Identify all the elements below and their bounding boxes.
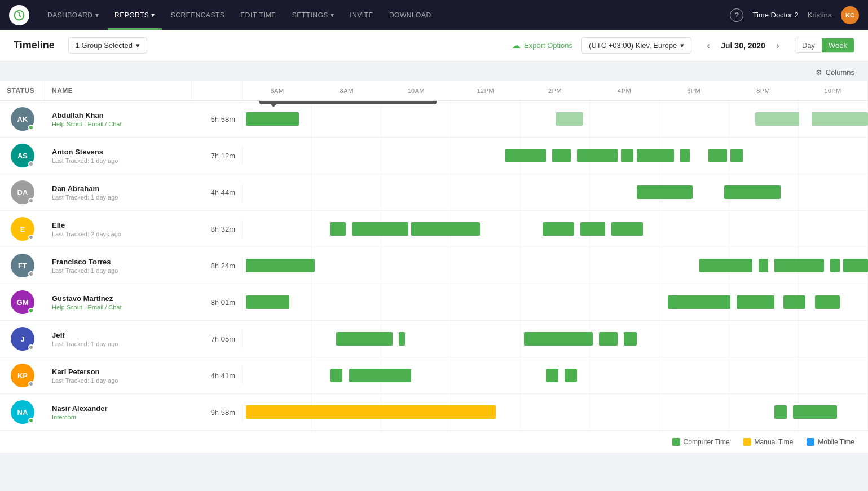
timeline-bars <box>243 295 868 309</box>
col-name-header: Name <box>45 81 192 100</box>
legend-manual-dot <box>743 438 751 446</box>
timezone-label: (UTC +03:00) Kiev, Europe <box>589 41 677 50</box>
legend-mobile-dot <box>807 438 814 446</box>
nav-invite[interactable]: INVITE <box>343 0 380 30</box>
cell-timeline-8[interactable] <box>243 394 868 430</box>
timeline-bar <box>737 295 774 309</box>
timeline-bar <box>546 369 558 382</box>
timeline-bar <box>246 295 290 309</box>
timeline-bars <box>243 222 868 236</box>
table-header: Status Name 6am 8am 10am 12pm 2pm 4pm 6p… <box>0 81 868 101</box>
prev-date-button[interactable]: ‹ <box>700 38 716 54</box>
user-name: Jeff <box>52 331 185 339</box>
help-button[interactable]: ? <box>730 8 743 22</box>
timeline-table: Status Name 6am 8am 10am 12pm 2pm 4pm 6p… <box>0 81 868 431</box>
app-logo[interactable] <box>9 5 29 25</box>
nav-right: ? Time Doctor 2 Kristina KC <box>730 6 859 24</box>
timeline-bar <box>815 295 840 309</box>
cell-time-1: 7h 12m <box>192 147 243 165</box>
nav-download-label: DOWNLOAD <box>389 11 431 19</box>
time-label-4pm: 4pm <box>590 82 659 100</box>
timeline-bar <box>524 332 593 346</box>
status-dot <box>28 198 34 204</box>
timeline-bars <box>243 259 868 272</box>
cell-timeline-4[interactable] <box>243 247 868 284</box>
cell-timeline-7[interactable] <box>243 357 868 393</box>
timeline-bar <box>246 112 299 126</box>
columns-label: Columns <box>826 68 854 77</box>
time-label-12pm: 12pm <box>451 82 520 100</box>
chevron-down-icon: ▾ <box>151 11 155 19</box>
cell-timeline-6[interactable] <box>243 321 868 357</box>
timeline-bar <box>611 222 642 236</box>
timeline-bar <box>624 332 636 346</box>
cell-name-4: Francisco Torres Last Tracked: 1 day ago <box>45 253 192 278</box>
timeline-bars <box>243 405 868 419</box>
table-row: J Jeff Last Tracked: 1 day ago 7h 05m <box>0 321 868 357</box>
next-date-button[interactable]: › <box>770 38 786 54</box>
nav-download[interactable]: DOWNLOAD <box>382 0 438 30</box>
cell-name-8: Nasir Alexander Intercom <box>45 400 192 425</box>
cell-timeline-0[interactable]: Help Scout - Email / Chat (Customer Supp… <box>243 101 868 137</box>
cell-name-1: Anton Stevens Last Tracked: 1 day ago <box>45 143 192 169</box>
timezone-selector[interactable]: (UTC +03:00) Kiev, Europe ▾ <box>581 37 691 54</box>
columns-button[interactable]: ⚙ Columns <box>0 61 868 81</box>
cell-time-3: 8h 32m <box>192 220 243 238</box>
page-title: Timeline <box>14 39 55 51</box>
col-status-header: Status <box>0 81 45 100</box>
status-dot <box>28 271 34 277</box>
time-label-8pm: 8pm <box>729 82 798 100</box>
nav-reports[interactable]: REPORTS ▾ <box>108 0 162 30</box>
chevron-down-icon: ▾ <box>136 41 140 50</box>
nav-settings[interactable]: SETTINGS ▾ <box>285 0 341 30</box>
cell-time-2: 4h 44m <box>192 184 243 201</box>
current-date: Jul 30, 2020 <box>721 41 765 50</box>
cell-timeline-1[interactable] <box>243 138 868 174</box>
cell-timeline-3[interactable] <box>243 211 868 247</box>
timeline-bar <box>759 259 768 272</box>
avatar: NA <box>11 400 34 424</box>
timeline-bar <box>352 222 408 236</box>
user-sub: Help Scout - Email / Chat <box>52 121 185 127</box>
nav-reports-label: REPORTS <box>114 11 149 19</box>
timeline-bar <box>637 185 693 199</box>
day-view-button[interactable]: Day <box>795 38 822 52</box>
time-labels: 6am 8am 10am 12pm 2pm 4pm 6pm 8pm 10pm <box>243 81 867 100</box>
status-dot <box>28 308 34 313</box>
timeline-bar <box>349 369 412 382</box>
timeline-bars <box>243 369 868 382</box>
content-area: ⚙ Columns Status Name 6am 8am 10am 12pm … <box>0 61 868 453</box>
timeline-bar <box>699 259 752 272</box>
timeline-bar <box>812 112 868 126</box>
week-view-button[interactable]: Week <box>822 38 854 52</box>
cell-timeline-5[interactable] <box>243 284 868 320</box>
timeline-bar <box>621 149 633 162</box>
nav-dashboard[interactable]: DASHBOARD ▾ <box>41 0 105 30</box>
timeline-bar <box>774 259 825 272</box>
status-dot <box>28 381 34 387</box>
table-row: AS Anton Stevens Last Tracked: 1 day ago… <box>0 138 868 174</box>
cell-name-2: Dan Abraham Last Tracked: 1 day ago <box>45 180 192 205</box>
legend-manual-label: Manual Time <box>755 438 794 446</box>
cell-time-6: 7h 05m <box>192 330 243 348</box>
avatar[interactable]: KC <box>841 6 859 24</box>
col-time-header <box>192 81 243 100</box>
nav-screencasts[interactable]: SCREENCASTS <box>164 0 232 30</box>
cell-time-7: 4h 41m <box>192 367 243 384</box>
cell-timeline-2[interactable] <box>243 174 868 210</box>
timeline-bar <box>708 149 727 162</box>
user-name: Karl Peterson <box>52 368 185 376</box>
group-selector-label: 1 Group Selected <box>76 41 133 50</box>
group-selector[interactable]: 1 Group Selected ▾ <box>68 37 147 54</box>
avatar: DA <box>11 180 34 204</box>
time-label-6pm: 6pm <box>659 82 729 100</box>
brand-label: Time Doctor 2 <box>752 11 798 19</box>
nav-edit-time[interactable]: EDIT TIME <box>233 0 283 30</box>
export-button[interactable]: ☁ Export Options <box>512 40 572 51</box>
chevron-down-icon: ▾ <box>680 41 684 50</box>
cell-time-0: 5h 58m <box>192 110 243 128</box>
timeline-bar <box>730 149 743 162</box>
timeline-bar <box>246 405 496 419</box>
time-label-2pm: 2pm <box>520 82 589 100</box>
timeline-bar <box>599 332 618 346</box>
